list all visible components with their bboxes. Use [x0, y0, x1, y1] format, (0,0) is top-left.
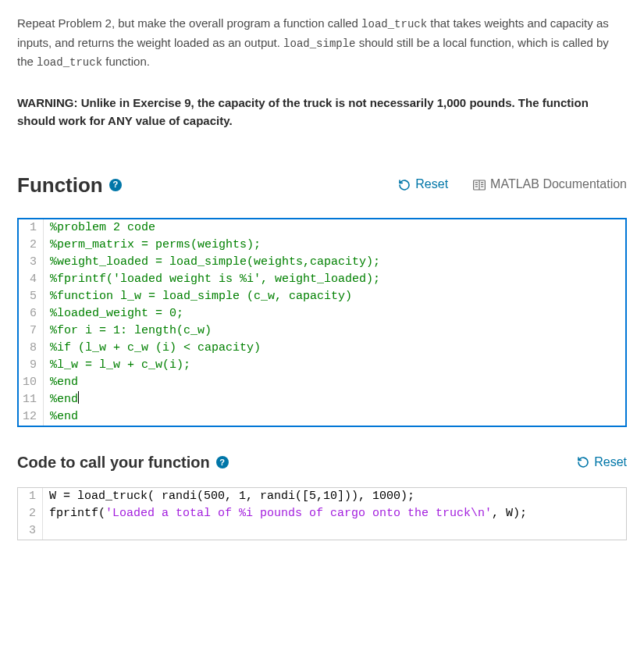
code-content[interactable]: %function l_w = load_simple (c_w, capaci…	[44, 288, 625, 305]
line-number: 2	[19, 237, 44, 254]
reset-label: Reset	[594, 453, 627, 472]
code-content[interactable]: %weight_loaded = load_simple(weights,cap…	[44, 254, 625, 271]
code-content[interactable]: %end	[44, 374, 625, 391]
function-section-header: Function ? Reset MATLAB Documentation	[17, 169, 627, 201]
docs-label: MATLAB Documentation	[490, 175, 627, 194]
reset-label: Reset	[415, 175, 448, 194]
line-number: 6	[19, 305, 44, 322]
line-number: 7	[19, 322, 44, 340]
line-number: 9	[19, 357, 44, 374]
caller-title: Code to call your function	[17, 451, 210, 475]
code-content[interactable]: %l_w = l_w + c_w(i);	[44, 357, 625, 374]
caller-title-wrap: Code to call your function ?	[17, 451, 229, 475]
code-line[interactable]: 2%perm_matrix = perms(weights);	[19, 237, 625, 254]
code-line[interactable]: 9%l_w = l_w + c_w(i);	[19, 357, 625, 374]
code-inline: load_truck	[361, 18, 427, 30]
line-number: 8	[19, 340, 44, 357]
code-content[interactable]: W = load_truck( randi(500, 1, randi([5,1…	[43, 488, 626, 505]
text: function.	[102, 55, 150, 68]
code-inline: load_simple	[283, 37, 355, 50]
caller-editor[interactable]: 1W = load_truck( randi(500, 1, randi([5,…	[17, 487, 627, 540]
caller-section-header: Code to call your function ? Reset	[17, 451, 627, 475]
code-content[interactable]: %perm_matrix = perms(weights);	[44, 237, 625, 254]
code-line[interactable]: 7%for i = 1: length(c_w)	[19, 322, 625, 340]
code-content[interactable]: %for i = 1: length(c_w)	[44, 322, 625, 340]
code-content[interactable]: fprintf('Loaded a total of %i pounds of …	[43, 505, 626, 522]
line-number: 10	[19, 374, 44, 391]
code-line[interactable]: 1%problem 2 code	[19, 219, 625, 237]
text: Repeat Problem 2, but make the overall p…	[17, 16, 361, 30]
line-number: 1	[18, 488, 43, 505]
code-line[interactable]: 11%end	[19, 391, 625, 408]
code-content[interactable]	[43, 522, 626, 540]
reset-icon	[398, 179, 411, 191]
code-line[interactable]: 5%function l_w = load_simple (c_w, capac…	[19, 288, 625, 305]
code-content[interactable]: %loaded_weight = 0;	[44, 305, 625, 322]
matlab-docs-link[interactable]: MATLAB Documentation	[473, 175, 627, 194]
code-content[interactable]: %fprintf('loaded weight is %i', weight_l…	[44, 271, 625, 288]
line-number: 12	[19, 408, 44, 426]
caller-code[interactable]: 1W = load_truck( randi(500, 1, randi([5,…	[18, 488, 626, 540]
code-content[interactable]: %end	[44, 408, 625, 426]
code-line[interactable]: 3	[18, 522, 626, 540]
function-title: Function	[17, 169, 103, 201]
code-line[interactable]: 3%weight_loaded = load_simple(weights,ca…	[19, 254, 625, 271]
code-line[interactable]: 4%fprintf('loaded weight is %i', weight_…	[19, 271, 625, 288]
problem-statement: Repeat Problem 2, but make the overall p…	[17, 14, 627, 72]
code-inline: load_truck	[37, 56, 102, 69]
code-line[interactable]: 10%end	[19, 374, 625, 391]
doc-icon	[473, 180, 486, 191]
reset-button[interactable]: Reset	[577, 453, 627, 472]
reset-button[interactable]: Reset	[398, 175, 448, 194]
line-number: 2	[18, 505, 43, 522]
reset-icon	[577, 456, 589, 468]
code-content[interactable]: %end	[44, 391, 625, 408]
code-line[interactable]: 6%loaded_weight = 0;	[19, 305, 625, 322]
code-content[interactable]: %problem 2 code	[44, 219, 625, 237]
line-number: 4	[19, 271, 44, 288]
help-icon[interactable]: ?	[216, 456, 229, 468]
help-icon[interactable]: ?	[109, 179, 122, 191]
line-number: 11	[19, 391, 44, 408]
code-line[interactable]: 1W = load_truck( randi(500, 1, randi([5,…	[18, 488, 626, 505]
line-number: 3	[18, 522, 43, 540]
function-editor[interactable]: 1%problem 2 code2%perm_matrix = perms(we…	[17, 218, 627, 427]
line-number: 1	[19, 219, 44, 237]
code-line[interactable]: 8%if (l_w + c_w (i) < capacity)	[19, 340, 625, 357]
function-code[interactable]: 1%problem 2 code2%perm_matrix = perms(we…	[19, 219, 625, 426]
code-line[interactable]: 12%end	[19, 408, 625, 426]
function-title-wrap: Function ?	[17, 169, 122, 201]
warning-text: WARNING: Unlike in Exercise 9, the capac…	[17, 94, 627, 130]
line-number: 5	[19, 288, 44, 305]
code-line[interactable]: 2fprintf('Loaded a total of %i pounds of…	[18, 505, 626, 522]
code-content[interactable]: %if (l_w + c_w (i) < capacity)	[44, 340, 625, 357]
line-number: 3	[19, 254, 44, 271]
text-cursor	[78, 391, 79, 404]
function-tools: Reset MATLAB Documentation	[398, 175, 627, 194]
